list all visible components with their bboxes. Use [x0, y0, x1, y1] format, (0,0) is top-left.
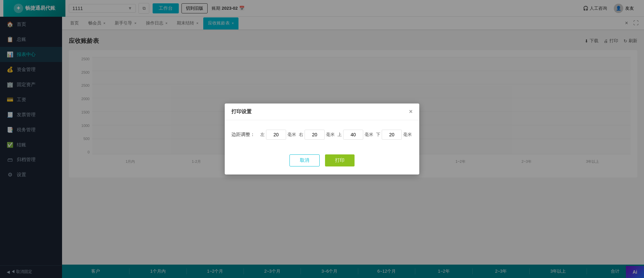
margin-left-input[interactable] [266, 130, 286, 140]
dialog-title: 打印设置 [231, 109, 252, 115]
margin-right-group: 右 毫米 [299, 130, 335, 140]
print-confirm-button[interactable]: 打印 [325, 154, 355, 166]
dialog-overlay: 打印设置 × 边距调整： 左 毫米 右 毫米 上 毫米 [0, 0, 644, 278]
left-unit: 毫米 [287, 132, 296, 138]
margin-left-group: 左 毫米 [260, 130, 296, 140]
left-direction-label: 左 [260, 132, 265, 138]
margin-right-input[interactable] [305, 130, 325, 140]
margin-bottom-group: 下 毫米 [376, 130, 412, 140]
top-unit: 毫米 [365, 132, 373, 138]
dialog-header: 打印设置 × [225, 103, 419, 120]
dialog-body: 边距调整： 左 毫米 右 毫米 上 毫米 下 [225, 120, 419, 149]
margin-label: 边距调整： [231, 132, 255, 138]
dialog-footer: 取消 打印 [225, 149, 419, 175]
bottom-unit: 毫米 [403, 132, 412, 138]
print-settings-dialog: 打印设置 × 边距调整： 左 毫米 右 毫米 上 毫米 [225, 103, 419, 175]
margin-row: 边距调整： 左 毫米 右 毫米 上 毫米 下 [231, 130, 413, 140]
right-unit: 毫米 [326, 132, 335, 138]
margin-bottom-input[interactable] [382, 130, 402, 140]
bottom-direction-label: 下 [376, 132, 380, 138]
right-direction-label: 右 [299, 132, 303, 138]
cancel-button[interactable]: 取消 [289, 154, 320, 166]
margin-top-group: 上 毫米 [337, 130, 373, 140]
margin-top-input[interactable] [343, 130, 363, 140]
dialog-close-button[interactable]: × [409, 108, 413, 115]
top-direction-label: 上 [337, 132, 342, 138]
